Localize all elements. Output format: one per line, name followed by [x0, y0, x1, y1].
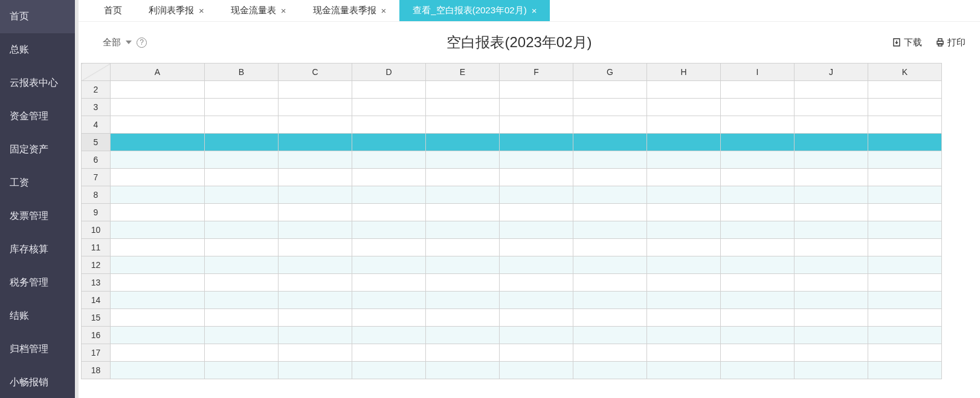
- row-header-2[interactable]: 2: [82, 81, 111, 99]
- cell-A7[interactable]: [111, 169, 205, 186]
- cell-C13[interactable]: [279, 274, 352, 292]
- cell-K18[interactable]: [868, 362, 942, 379]
- cell-F6[interactable]: [500, 151, 573, 169]
- cell-G6[interactable]: [573, 151, 647, 169]
- cell-I3[interactable]: [721, 99, 795, 116]
- cell-C14[interactable]: [279, 292, 352, 309]
- sidebar-item-10[interactable]: 归档管理: [0, 333, 75, 366]
- cell-J17[interactable]: [795, 344, 868, 362]
- row-header-10[interactable]: 10: [82, 221, 111, 239]
- spreadsheet[interactable]: ABCDEFGHIJK23456789101112131415161718: [79, 63, 980, 398]
- sidebar-item-11[interactable]: 小畅报销: [0, 366, 75, 398]
- cell-E14[interactable]: [426, 292, 500, 309]
- help-icon[interactable]: ?: [137, 38, 147, 48]
- cell-A5[interactable]: [111, 134, 205, 151]
- cell-G12[interactable]: [573, 256, 647, 274]
- cell-K5[interactable]: [868, 134, 942, 151]
- cell-D7[interactable]: [352, 169, 426, 186]
- cell-K12[interactable]: [868, 256, 942, 274]
- cell-D15[interactable]: [352, 309, 426, 327]
- cell-G10[interactable]: [573, 221, 647, 239]
- cell-J15[interactable]: [795, 309, 868, 327]
- cell-G2[interactable]: [573, 81, 647, 99]
- cell-K3[interactable]: [868, 99, 942, 116]
- cell-K6[interactable]: [868, 151, 942, 169]
- cell-F7[interactable]: [500, 169, 573, 186]
- row-header-4[interactable]: 4: [82, 116, 111, 134]
- sidebar-item-2[interactable]: 云报表中心: [0, 67, 75, 100]
- col-header-B[interactable]: B: [205, 64, 279, 81]
- cell-K4[interactable]: [868, 116, 942, 134]
- cell-A17[interactable]: [111, 344, 205, 362]
- cell-A18[interactable]: [111, 362, 205, 379]
- col-header-G[interactable]: G: [573, 64, 647, 81]
- sidebar-item-6[interactable]: 发票管理: [0, 200, 75, 233]
- cell-H3[interactable]: [647, 99, 721, 116]
- cell-H7[interactable]: [647, 169, 721, 186]
- cell-J12[interactable]: [795, 256, 868, 274]
- cell-D5[interactable]: [352, 134, 426, 151]
- grid[interactable]: ABCDEFGHIJK23456789101112131415161718: [81, 63, 942, 379]
- tab-3[interactable]: 现金流量表季报×: [300, 0, 400, 21]
- row-header-6[interactable]: 6: [82, 151, 111, 169]
- cell-E4[interactable]: [426, 116, 500, 134]
- cell-J9[interactable]: [795, 204, 868, 221]
- cell-J11[interactable]: [795, 239, 868, 256]
- cell-B5[interactable]: [205, 134, 279, 151]
- cell-A16[interactable]: [111, 327, 205, 344]
- cell-G7[interactable]: [573, 169, 647, 186]
- cell-H6[interactable]: [647, 151, 721, 169]
- cell-A10[interactable]: [111, 221, 205, 239]
- cell-E13[interactable]: [426, 274, 500, 292]
- cell-B18[interactable]: [205, 362, 279, 379]
- cell-C10[interactable]: [279, 221, 352, 239]
- cell-E5[interactable]: [426, 134, 500, 151]
- cell-G8[interactable]: [573, 186, 647, 204]
- col-header-A[interactable]: A: [111, 64, 205, 81]
- close-icon[interactable]: ×: [199, 5, 204, 16]
- cell-B10[interactable]: [205, 221, 279, 239]
- sidebar-item-0[interactable]: 首页: [0, 0, 75, 33]
- sidebar-item-5[interactable]: 工资: [0, 166, 75, 200]
- cell-H5[interactable]: [647, 134, 721, 151]
- cell-C2[interactable]: [279, 81, 352, 99]
- col-header-I[interactable]: I: [721, 64, 795, 81]
- cell-I18[interactable]: [721, 362, 795, 379]
- cell-G5[interactable]: [573, 134, 647, 151]
- row-header-17[interactable]: 17: [82, 344, 111, 362]
- cell-F16[interactable]: [500, 327, 573, 344]
- cell-H10[interactable]: [647, 221, 721, 239]
- cell-I4[interactable]: [721, 116, 795, 134]
- cell-A8[interactable]: [111, 186, 205, 204]
- cell-C18[interactable]: [279, 362, 352, 379]
- cell-A11[interactable]: [111, 239, 205, 256]
- cell-B14[interactable]: [205, 292, 279, 309]
- cell-E3[interactable]: [426, 99, 500, 116]
- cell-E2[interactable]: [426, 81, 500, 99]
- cell-J5[interactable]: [795, 134, 868, 151]
- cell-B7[interactable]: [205, 169, 279, 186]
- cell-E16[interactable]: [426, 327, 500, 344]
- cell-C7[interactable]: [279, 169, 352, 186]
- row-header-9[interactable]: 9: [82, 204, 111, 221]
- col-header-H[interactable]: H: [647, 64, 721, 81]
- cell-H18[interactable]: [647, 362, 721, 379]
- cell-J10[interactable]: [795, 221, 868, 239]
- cell-F2[interactable]: [500, 81, 573, 99]
- cell-F12[interactable]: [500, 256, 573, 274]
- cell-J2[interactable]: [795, 81, 868, 99]
- cell-D12[interactable]: [352, 256, 426, 274]
- cell-C16[interactable]: [279, 327, 352, 344]
- cell-E15[interactable]: [426, 309, 500, 327]
- tab-1[interactable]: 利润表季报×: [135, 0, 218, 21]
- cell-H17[interactable]: [647, 344, 721, 362]
- cell-K15[interactable]: [868, 309, 942, 327]
- cell-D9[interactable]: [352, 204, 426, 221]
- cell-F11[interactable]: [500, 239, 573, 256]
- cell-C3[interactable]: [279, 99, 352, 116]
- cell-D10[interactable]: [352, 221, 426, 239]
- sidebar-item-7[interactable]: 库存核算: [0, 233, 75, 266]
- cell-I8[interactable]: [721, 186, 795, 204]
- row-header-15[interactable]: 15: [82, 309, 111, 327]
- cell-D14[interactable]: [352, 292, 426, 309]
